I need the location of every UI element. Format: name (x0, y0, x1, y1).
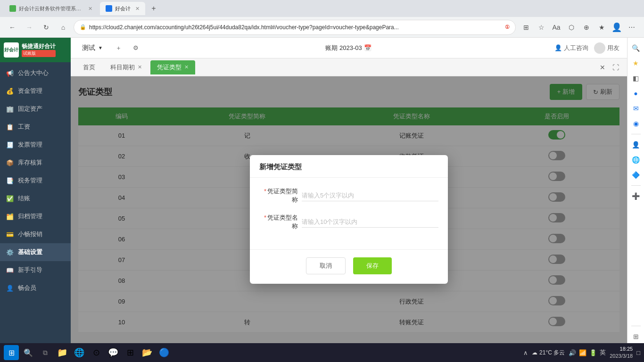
settings-icon: ⚙️ (6, 248, 14, 256)
logo-text-block: 畅捷通好合计 试账版 (22, 43, 56, 58)
tab-2[interactable]: 好会计 ✕ (100, 2, 145, 15)
right-view-btn[interactable]: ◧ (629, 72, 643, 85)
tab-2-label: 好会计 (115, 5, 131, 12)
tab-1[interactable]: 好会计云财务软件管理系统_会计 ✕ (4, 2, 98, 15)
reload-button[interactable]: ↻ (40, 21, 53, 34)
sidebar-item-notices[interactable]: 📢 公告大中心 (0, 64, 71, 82)
sidebar-item-settings[interactable]: ⚙️ 基础设置 (0, 243, 71, 261)
tab-close-all-btn[interactable]: ✕ (597, 62, 608, 73)
collections-btn[interactable]: ⊕ (580, 21, 593, 34)
right-user-btn[interactable]: 👤 (629, 138, 643, 151)
tab-voucher-type[interactable]: 凭证类型 ✕ (150, 60, 195, 74)
right-add-btn[interactable]: ➕ (629, 189, 643, 203)
right-mail-btn[interactable]: ✉ (629, 102, 643, 115)
extensions-btn[interactable]: ⊞ (520, 21, 533, 34)
right-star-btn[interactable]: ★ (629, 57, 643, 70)
tab-voucher-type-close[interactable]: ✕ (184, 64, 189, 70)
sidebar-item-inventory-label: 库存核算 (18, 158, 42, 167)
taskbar-explorer[interactable]: 📁 (55, 345, 70, 360)
taskbar-chrome-icon: ⊙ (93, 347, 100, 358)
right-panel-divider1 (631, 134, 641, 134)
address-actions: ⊞ ☆ Aa ⬡ ⊕ ★ 👤 ⋯ (520, 21, 638, 34)
bookmark-btn[interactable]: ☆ (535, 21, 548, 34)
sidebar-item-tax[interactable]: 📑 税务管理 (0, 172, 71, 189)
forward-button[interactable]: → (23, 21, 36, 34)
sidebar-item-assets-label: 固定资产 (18, 105, 42, 113)
taskbar-wechat[interactable]: 💬 (106, 345, 121, 360)
right-panel-divider2 (631, 185, 641, 186)
profile-btn[interactable]: 👤 (610, 21, 623, 34)
cancel-button[interactable]: 取消 (306, 257, 346, 274)
volume-icon[interactable]: 🔊 (569, 349, 576, 356)
share-btn[interactable]: ⬡ (565, 21, 578, 34)
right-globe-btn[interactable]: 🌐 (629, 153, 643, 166)
taskbar-chrome[interactable]: ⊙ (89, 345, 104, 360)
support-button[interactable]: 👤 人工咨询 (554, 44, 588, 52)
tab-subject[interactable]: 科目期初 ✕ (104, 60, 149, 74)
header-right: 👤 人工咨询 用友 (554, 42, 619, 54)
url-bar[interactable]: 🔒 https://cloud2.chanjet.com/accounting/… (74, 20, 516, 35)
sidebar-item-salary[interactable]: 📋 工资 (0, 118, 71, 136)
user-button[interactable]: 用友 (594, 42, 619, 54)
add-workspace-btn[interactable]: ＋ (112, 41, 125, 55)
taskbar-right: ∧ ☁ 21°C 多云 🔊 📶 🔋 英 18:25 2023/3/18 □ (523, 346, 640, 360)
lang-indicator[interactable]: 英 (600, 348, 606, 357)
taskbar-chevron-icon[interactable]: ∧ (523, 349, 528, 356)
sidebar-item-invoice[interactable]: 🧾 发票管理 (0, 136, 71, 154)
right-grid-btn[interactable]: ⊞ (629, 330, 643, 343)
sidebar-item-notices-label: 公告大中心 (18, 69, 49, 77)
save-button[interactable]: 保存 (353, 257, 392, 274)
more-btn[interactable]: ⋯ (625, 21, 638, 34)
right-panel-divider3 (631, 326, 641, 326)
back-button[interactable]: ← (6, 21, 19, 34)
right-diamond-btn[interactable]: 🔷 (629, 168, 643, 181)
show-desktop-btn[interactable]: □ (636, 349, 640, 356)
sidebar-item-closing[interactable]: ✅ 结账 (0, 189, 71, 207)
sidebar-item-member[interactable]: 👤 畅会员 (0, 279, 71, 297)
taskbar-app5-icon: ⊞ (127, 347, 134, 358)
network-icon[interactable]: 📶 (579, 349, 586, 356)
tab-maximize-btn[interactable]: ⛶ (610, 62, 621, 73)
security-badge: ① (505, 24, 510, 30)
home-button[interactable]: ⌂ (57, 21, 70, 34)
taskbar-folder[interactable]: 📂 (140, 345, 155, 360)
form-input-name[interactable] (302, 216, 438, 228)
tab-home[interactable]: 首页 (76, 60, 102, 74)
taskbar-edge[interactable]: 🌐 (72, 345, 87, 360)
battery-icon[interactable]: 🔋 (589, 349, 597, 356)
sidebar-item-funds[interactable]: 💰 资金管理 (0, 82, 71, 100)
workspace-select[interactable]: 测试 ▼ (78, 42, 107, 54)
tab-1-close[interactable]: ✕ (88, 6, 92, 12)
tab-2-close[interactable]: ✕ (135, 6, 140, 12)
form-input-abbr[interactable] (302, 190, 438, 201)
start-button[interactable]: ⊞ (4, 345, 19, 360)
right-blue-btn1[interactable]: ● (629, 87, 643, 100)
taskbar-app5[interactable]: ⊞ (123, 345, 138, 360)
taskbar-task-view[interactable]: ⧉ (38, 345, 53, 360)
tab-bar: 好会计云财务软件管理系统_会计 ✕ 好会计 ✕ + (0, 0, 644, 17)
sidebar-item-guide[interactable]: 📖 新手引导 (0, 261, 71, 279)
sidebar-item-archive[interactable]: 🗂️ 归档管理 (0, 207, 71, 225)
favorites-btn[interactable]: ★ (595, 21, 608, 34)
modal-body: 凭证类型简称 凭证类型名称 (250, 178, 448, 249)
taskbar-clock[interactable]: 18:25 2023/3/18 (610, 346, 633, 360)
tab-1-label: 好会计云财务软件管理系统_会计 (19, 5, 83, 12)
logo-icon: 好会计 (4, 42, 19, 58)
clock-time: 18:25 (610, 346, 633, 353)
right-search-btn[interactable]: 🔍 (629, 41, 643, 55)
settings-gear-btn[interactable]: ⚙ (129, 41, 142, 55)
period-info: 账期 2023-03 📅 (325, 44, 372, 52)
new-tab-button[interactable]: + (147, 2, 160, 15)
read-mode-btn[interactable]: Aa (550, 21, 563, 34)
modal-footer: 取消 保存 (250, 249, 448, 284)
sidebar-item-expense[interactable]: 💳 小畅报销 (0, 225, 71, 243)
assets-icon: 🏢 (6, 105, 14, 113)
taskbar-msedge2[interactable]: 🔵 (157, 345, 172, 360)
tab-subject-close[interactable]: ✕ (138, 64, 142, 70)
taskbar-search[interactable]: 🔍 (21, 345, 36, 360)
sidebar-item-assets[interactable]: 🏢 固定资产 (0, 100, 71, 118)
main-area: 测试 ▼ ＋ ⚙ 账期 2023-03 📅 👤 人工咨询 用友 (71, 38, 627, 362)
support-label: 人工咨询 (564, 44, 588, 52)
right-blue-btn2[interactable]: ◉ (629, 117, 643, 130)
sidebar-item-inventory[interactable]: 📦 库存核算 (0, 154, 71, 172)
